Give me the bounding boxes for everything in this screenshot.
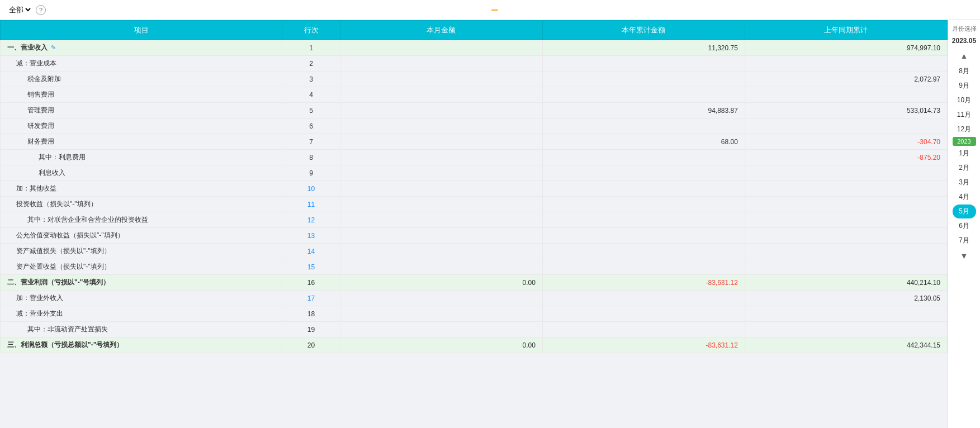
cell-prior-amount: [745, 197, 947, 212]
month-item[interactable]: 2月: [953, 161, 976, 175]
month-item[interactable]: 12月: [953, 122, 976, 136]
cell-item-name: 一、营业收入✎: [1, 40, 282, 56]
month-item[interactable]: 3月: [953, 175, 976, 189]
cell-row-num: 1: [282, 40, 340, 56]
help-icon[interactable]: ?: [36, 5, 46, 15]
cell-ytd-amount: [542, 165, 745, 181]
cell-prior-amount: 440,214.10: [745, 275, 947, 291]
month-item[interactable]: 4月: [953, 190, 976, 204]
table-row: 减：营业外支出18: [1, 306, 948, 322]
month-item[interactable]: 9月: [953, 79, 976, 93]
month-item[interactable]: 11月: [953, 108, 976, 122]
month-year-label[interactable]: 2023: [953, 137, 976, 146]
cell-item-name: 其中：非流动资产处置损失: [1, 322, 282, 337]
item-name-text: 一、营业收入: [5, 44, 48, 51]
cell-month-amount: [340, 197, 542, 212]
table-row: 管理费用594,883.87533,014.73: [1, 103, 948, 118]
cell-ytd-amount: [542, 291, 745, 306]
cell-row-num: 5: [282, 103, 340, 118]
table-row: 公允价值变动收益（损失以"-"填列）13: [1, 228, 948, 244]
select-all-dropdown[interactable]: 全部: [7, 5, 32, 15]
item-name-text: 加：营业外收入: [5, 294, 63, 302]
cell-month-amount: [340, 134, 542, 150]
cell-item-name: 管理费用: [1, 103, 282, 118]
cell-ytd-amount: 68.00: [542, 134, 745, 150]
nav-arrow-down[interactable]: ▼: [958, 249, 971, 263]
table-row: 销售费用4: [1, 87, 948, 103]
cell-month-amount: [340, 291, 542, 306]
item-name-text: 加：其他收益: [5, 184, 56, 192]
cell-month-amount: [340, 87, 542, 103]
select-all-select[interactable]: 全部: [7, 5, 32, 15]
cell-month-amount: [340, 259, 542, 275]
month-sidebar: 月份选择 2023.05 ▲ 8月9月10月11月12月20231月2月3月4月…: [948, 20, 980, 428]
cell-row-num[interactable]: 14: [282, 244, 340, 259]
cell-row-num[interactable]: 10: [282, 181, 340, 197]
cell-row-num[interactable]: 11: [282, 197, 340, 212]
cell-row-num[interactable]: 12: [282, 212, 340, 228]
item-name-text: 投资收益（损失以"-"填列）: [5, 200, 97, 208]
cell-ytd-amount: [542, 118, 745, 134]
cell-prior-amount: [745, 181, 947, 197]
month-item[interactable]: 5月: [953, 205, 976, 218]
cell-row-num: 4: [282, 87, 340, 103]
cell-prior-amount: [745, 165, 947, 181]
cell-month-amount: [340, 322, 542, 337]
col-header-ytd: 本年累计金额: [542, 21, 745, 40]
month-item[interactable]: 7月: [953, 234, 976, 248]
cell-ytd-amount: -83,631.12: [542, 275, 745, 291]
cell-row-num: 3: [282, 72, 340, 87]
cell-month-amount: [340, 56, 542, 72]
month-item[interactable]: 8月: [953, 64, 976, 78]
table-area: 项目 行次 本月金额 本年累计金额 上年同期累计 一、营业收入✎111,320.…: [0, 20, 948, 428]
table-row: 加：营业外收入172,130.05: [1, 291, 948, 306]
unexecuted-badge[interactable]: [491, 9, 498, 11]
cell-item-name: 税金及附加: [1, 72, 282, 87]
cell-row-num[interactable]: 15: [282, 259, 340, 275]
cell-row-num[interactable]: 17: [282, 291, 340, 306]
item-name-text: 其中：非流动资产处置损失: [5, 325, 108, 333]
table-row: 其中：非流动资产处置损失19: [1, 322, 948, 337]
month-sidebar-year: 2023.05: [952, 35, 976, 48]
cell-row-num[interactable]: 13: [282, 228, 340, 244]
item-name-text: 财务费用: [5, 137, 54, 145]
cell-ytd-amount: [542, 306, 745, 322]
cell-prior-amount: [745, 56, 947, 72]
top-bar-center: [482, 9, 498, 11]
month-item[interactable]: 6月: [953, 219, 976, 233]
cell-item-name: 财务费用: [1, 134, 282, 150]
month-item[interactable]: 10月: [953, 93, 976, 107]
cell-ytd-amount: [542, 197, 745, 212]
cell-ytd-amount: [542, 322, 745, 337]
cell-ytd-amount: [542, 212, 745, 228]
table-row: 研发费用6: [1, 118, 948, 134]
cell-row-num: 19: [282, 322, 340, 337]
nav-arrow-up[interactable]: ▲: [958, 49, 971, 63]
cell-item-name: 公允价值变动收益（损失以"-"填列）: [1, 228, 282, 244]
table-row: 投资收益（损失以"-"填列）11: [1, 197, 948, 212]
col-header-month: 本月金额: [340, 21, 542, 40]
item-name-text: 研发费用: [5, 122, 54, 130]
cell-prior-amount: -875.20: [745, 150, 947, 165]
item-name-text: 资产减值损失（损失以"-"填列）: [5, 247, 111, 255]
edit-icon[interactable]: ✎: [51, 44, 56, 51]
cell-item-name: 减：营业成本: [1, 56, 282, 72]
cell-ytd-amount: [542, 87, 745, 103]
cell-item-name: 其中：对联营企业和合营企业的投资收益: [1, 212, 282, 228]
cell-prior-amount: [745, 212, 947, 228]
item-name-text: 减：营业外支出: [5, 310, 63, 317]
col-header-item: 项目: [1, 21, 282, 40]
cell-ytd-amount: [542, 56, 745, 72]
month-item[interactable]: 1月: [953, 146, 976, 160]
cell-month-amount: [340, 150, 542, 165]
table-row: 资产处置收益（损失以"-"填列）15: [1, 259, 948, 275]
cell-ytd-amount: [542, 244, 745, 259]
cell-item-name: 销售费用: [1, 87, 282, 103]
cell-prior-amount: 442,344.15: [745, 337, 947, 353]
table-row: 资产减值损失（损失以"-"填列）14: [1, 244, 948, 259]
table-row: 其中：利息费用8-875.20: [1, 150, 948, 165]
cell-ytd-amount: [542, 181, 745, 197]
item-name-text: 减：营业成本: [5, 59, 56, 67]
table-row: 二、营业利润（亏损以"-"号填列）160.00-83,631.12440,214…: [1, 275, 948, 291]
cell-prior-amount: -304.70: [745, 134, 947, 150]
